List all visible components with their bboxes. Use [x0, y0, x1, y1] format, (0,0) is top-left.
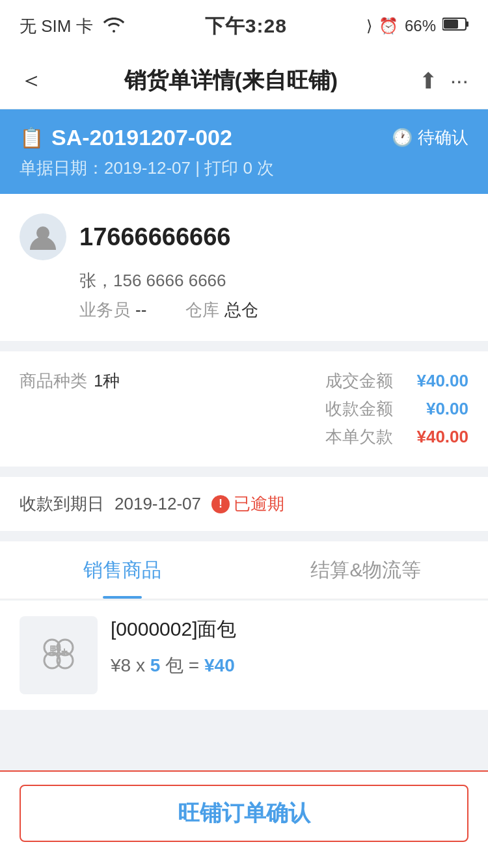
overdue-text: 已逾期	[234, 493, 284, 515]
overdue-badge: ! 已逾期	[211, 493, 284, 515]
tabs-container: 销售商品 结算&物流等	[0, 541, 488, 599]
clock-icon: 🕐	[392, 128, 413, 148]
payment-value: ¥0.00	[403, 399, 468, 419]
balance-label: 本单欠款	[325, 426, 393, 448]
back-button[interactable]: ＜	[20, 64, 43, 96]
more-icon[interactable]: ···	[450, 68, 468, 93]
unit: 包	[165, 655, 183, 675]
product-thumbnail: 野+	[20, 616, 98, 694]
status-bar: 无 SIM 卡 下午3:28 ⟩ ⏰ 66%	[0, 0, 488, 52]
salesperson-value: --	[135, 300, 146, 320]
amounts-card: 商品种类 1种 成交金额 ¥40.00 收款金额 ¥0.00 本单欠款 ¥40.…	[0, 351, 488, 467]
status-left: 无 SIM 卡	[20, 15, 126, 38]
tab-active-indicator	[103, 596, 142, 599]
transaction-label: 成交金额	[325, 370, 393, 392]
carrier-text: 无 SIM 卡	[20, 15, 93, 38]
time-display: 下午3:28	[205, 13, 287, 40]
avatar	[20, 213, 66, 260]
transaction-value: ¥40.00	[403, 371, 468, 391]
order-meta: 单据日期：2019-12-07 | 打印 0 次	[20, 157, 468, 180]
price-per: ¥8	[111, 655, 131, 675]
svg-rect-1	[466, 21, 468, 27]
tab-settlement-logistics[interactable]: 结算&物流等	[244, 541, 488, 599]
location-icon: ⟩	[366, 17, 372, 35]
svg-text:野+: 野+	[49, 645, 68, 658]
customer-meta: 业务员 -- 仓库 总仓	[20, 299, 468, 321]
tab-sales-products[interactable]: 销售商品	[0, 541, 244, 599]
product-name: [0000002]面包	[111, 616, 468, 643]
page-title: 销货单详情(来自旺铺)	[124, 66, 338, 96]
battery-text: 66%	[405, 17, 436, 35]
nav-bar: ＜ 销货单详情(来自旺铺) ⬆ ···	[0, 52, 488, 109]
balance-value: ¥40.00	[403, 427, 468, 447]
due-date-card: 收款到期日 2019-12-07 ! 已逾期	[0, 477, 488, 531]
warehouse-label: 仓库	[185, 299, 219, 321]
salesperson-label: 业务员	[79, 299, 130, 321]
status-right: ⟩ ⏰ 66%	[366, 17, 468, 35]
order-icon: 📋	[20, 126, 44, 149]
transaction-row: 成交金额 ¥40.00	[325, 370, 468, 392]
payment-label: 收款金额	[325, 398, 393, 420]
equals: =	[189, 655, 204, 675]
amount-summary: 成交金额 ¥40.00 收款金额 ¥0.00 本单欠款 ¥40.00	[325, 370, 468, 448]
warehouse-value: 总仓	[224, 299, 258, 321]
battery-icon	[442, 17, 468, 35]
share-icon[interactable]: ⬆	[419, 68, 437, 94]
customer-card: 17666666666 张，156 6666 6666 业务员 -- 仓库 总仓	[0, 194, 488, 341]
due-date-value: 2019-12-07	[115, 494, 201, 514]
nav-actions: ⬆ ···	[419, 68, 468, 94]
customer-name: 张，156 6666 6666	[20, 269, 468, 292]
product-logo: 野+	[33, 627, 85, 683]
customer-phone: 17666666666	[79, 223, 230, 251]
product-types-value: 1种	[94, 370, 120, 392]
balance-row: 本单欠款 ¥40.00	[325, 426, 468, 448]
wifi-icon	[102, 16, 126, 37]
due-date-label: 收款到期日	[20, 493, 104, 515]
order-id: 📋 SA-20191207-002	[20, 125, 232, 150]
overdue-icon: !	[211, 495, 230, 513]
product-types: 商品种类 1种	[20, 370, 325, 392]
svg-rect-2	[444, 20, 458, 29]
product-types-label: 商品种类	[20, 370, 87, 392]
product-price: ¥8 x 5 包 = ¥40	[111, 653, 468, 678]
alarm-icon: ⏰	[379, 17, 398, 35]
confirm-order-button[interactable]: 旺铺订单确认	[20, 785, 468, 842]
bottom-bar: 旺铺订单确认	[0, 770, 488, 868]
payment-row: 收款金额 ¥0.00	[325, 398, 468, 420]
price-separator: x	[136, 655, 150, 675]
product-card: 野+ [0000002]面包 ¥8 x 5 包 = ¥40	[0, 601, 488, 710]
quantity: 5	[150, 655, 161, 675]
order-status: 🕐 待确认	[392, 126, 468, 149]
order-header: 📋 SA-20191207-002 🕐 待确认 单据日期：2019-12-07 …	[0, 109, 488, 194]
product-info: [0000002]面包 ¥8 x 5 包 = ¥40	[111, 616, 468, 678]
total-price: ¥40	[204, 655, 235, 675]
